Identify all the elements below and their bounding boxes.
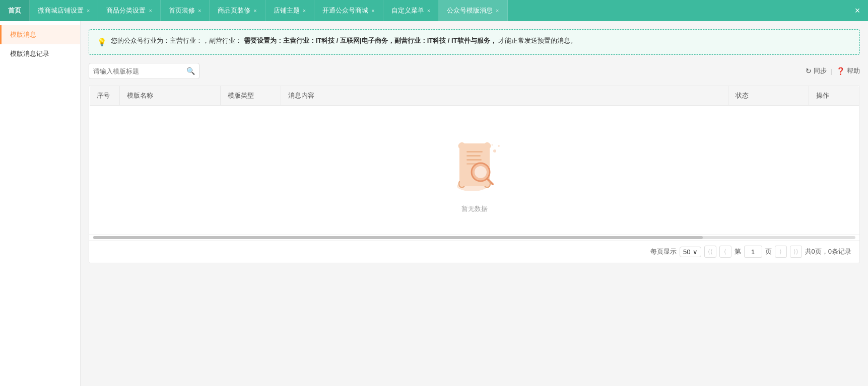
next-page-button[interactable]: ⟩	[775, 246, 787, 258]
table-header: 序号 模版名称 模版类型 消息内容 状态	[90, 86, 859, 106]
nav-tab-fenlei-close[interactable]: ×	[149, 8, 152, 14]
nav-tab-shangpin-label: 商品页装修	[218, 6, 250, 15]
nav-tab-shangpin[interactable]: 商品页装修 ×	[210, 0, 265, 21]
nav-tab-shangpin-close[interactable]: ×	[253, 8, 256, 14]
chevron-down-icon: ∨	[693, 248, 698, 256]
nav-tab-zhuti-label: 店铺主题	[274, 6, 300, 15]
empty-state: 暂无数据	[90, 106, 859, 234]
nav-tab-moban[interactable]: 公众号模版消息 ×	[439, 0, 507, 21]
help-label: 帮助	[847, 66, 860, 75]
svg-rect-3	[466, 159, 482, 161]
nav-tab-fenlei-label: 商品分类设置	[106, 6, 146, 15]
col-header-action: 操作	[809, 86, 859, 106]
search-icon[interactable]: 🔍	[186, 67, 195, 75]
col-header-content: 消息内容	[281, 86, 728, 106]
info-box-highlight: 需要设置为：主营行业：IT科技 / 互联网|电子商务，副营行业：IT科技 / I…	[244, 37, 497, 44]
svg-point-6	[475, 166, 487, 178]
page-prefix: 第	[735, 247, 741, 256]
page-input[interactable]	[744, 246, 762, 258]
content-area: 💡 您的公众号行业为：主营行业：，副营行业： 需要设置为：主营行业：IT科技 /…	[81, 21, 868, 386]
sidebar: 模版消息 模版消息记录	[0, 21, 81, 386]
search-input[interactable]	[93, 67, 186, 75]
help-button[interactable]: ❓ 帮助	[836, 66, 860, 75]
info-box-text: 您的公众号行业为：主营行业：，副营行业： 需要设置为：主营行业：IT科技 / 互…	[111, 36, 577, 46]
col-header-status: 状态	[728, 86, 809, 106]
scroll-bar-row[interactable]	[89, 234, 859, 240]
nav-tab-kaishang-close[interactable]: ×	[371, 8, 374, 14]
nav-tab-zhuti-close[interactable]: ×	[303, 8, 306, 14]
table-body: 暂无数据	[90, 106, 859, 234]
last-page-button[interactable]: ⟩⟩	[790, 246, 802, 258]
nav-tab-fenlei[interactable]: 商品分类设置 ×	[98, 0, 160, 21]
nav-tab-weishangcheng-close[interactable]: ×	[87, 8, 90, 14]
scroll-track[interactable]	[93, 236, 855, 239]
nav-tab-shouye-close[interactable]: ×	[198, 8, 201, 14]
info-box: 💡 您的公众号行业为：主营行业：，副营行业： 需要设置为：主营行业：IT科技 /…	[89, 29, 860, 55]
nav-tab-shouye[interactable]: 首页装修 ×	[161, 0, 210, 21]
page-size-select[interactable]: 50 ∨	[680, 247, 701, 257]
svg-rect-2	[466, 155, 481, 157]
nav-tab-caidan[interactable]: 自定义菜单 ×	[383, 0, 439, 21]
page-total: 共0页，0条记录	[805, 247, 851, 256]
svg-point-10	[491, 144, 493, 146]
svg-point-9	[498, 145, 500, 147]
empty-text: 暂无数据	[461, 204, 488, 213]
sidebar-item-moban-jilu-label: 模版消息记录	[10, 50, 49, 57]
pagination-row: 每页显示 50 ∨ ⟨⟨ ⟨ 第 页 ⟩ ⟩⟩ 共0页，0条记录	[89, 240, 859, 263]
sidebar-item-moban-label: 模版消息	[10, 31, 36, 38]
nav-tab-home[interactable]: 首页	[0, 0, 30, 21]
nav-tab-kaishang-label: 开通公众号商城	[322, 6, 368, 15]
nav-tab-weishangcheng-label: 微商城店铺设置	[38, 6, 84, 15]
nav-tab-kaishang[interactable]: 开通公众号商城 ×	[314, 0, 383, 21]
search-row: 🔍 ↻ 同步 | ❓ 帮助	[89, 63, 860, 79]
nav-tab-caidan-label: 自定义菜单	[391, 6, 424, 15]
bulb-icon: 💡	[97, 36, 107, 48]
scroll-thumb[interactable]	[93, 236, 703, 239]
window-close-button[interactable]: ×	[847, 0, 868, 21]
nav-tab-zhuti[interactable]: 店铺主题 ×	[265, 0, 314, 21]
sync-icon: ↻	[806, 67, 812, 75]
info-box-suffix: 才能正常发送预置的消息。	[498, 37, 577, 44]
data-table: 序号 模版名称 模版类型 消息内容 状态	[89, 86, 859, 234]
nav-tab-weishangcheng[interactable]: 微商城店铺设置 ×	[30, 0, 98, 21]
page-size-label: 每页显示	[650, 247, 677, 256]
nav-tab-home-label: 首页	[8, 6, 21, 15]
empty-icon	[444, 136, 505, 196]
nav-tab-moban-label: 公众号模版消息	[447, 6, 493, 15]
help-icon: ❓	[836, 67, 845, 75]
nav-tab-caidan-close[interactable]: ×	[427, 8, 430, 14]
sidebar-item-moban[interactable]: 模版消息	[0, 25, 80, 44]
page-word: 页	[765, 247, 772, 256]
col-header-index: 序号	[90, 86, 120, 106]
svg-rect-1	[466, 151, 483, 152]
sync-button[interactable]: ↻ 同步	[806, 66, 827, 75]
sync-label: 同步	[814, 66, 827, 75]
prev-page-button[interactable]: ⟨	[719, 246, 731, 258]
toolbar-right: ↻ 同步 | ❓ 帮助	[806, 66, 860, 75]
top-nav: 首页 微商城店铺设置 × 商品分类设置 × 首页装修 × 商品页装修 × 店铺主…	[0, 0, 868, 21]
first-page-button[interactable]: ⟨⟨	[704, 246, 716, 258]
svg-point-8	[493, 149, 496, 152]
col-header-name: 模版名称	[120, 86, 221, 106]
page-size-value: 50	[683, 248, 690, 256]
nav-tab-moban-close[interactable]: ×	[496, 8, 499, 14]
table-wrapper: 序号 模版名称 模版类型 消息内容 状态	[89, 85, 860, 263]
sidebar-item-moban-jilu[interactable]: 模版消息记录	[0, 44, 80, 63]
main-layout: 模版消息 模版消息记录 💡 您的公众号行业为：主营行业：，副营行业： 需要设置为…	[0, 21, 868, 386]
col-header-type: 模版类型	[221, 86, 281, 106]
info-box-prefix: 您的公众号行业为：主营行业：，副营行业：	[111, 37, 242, 44]
search-input-wrap[interactable]: 🔍	[89, 63, 199, 79]
nav-tab-shouye-label: 首页装修	[169, 6, 195, 15]
toolbar-divider: |	[831, 67, 832, 75]
